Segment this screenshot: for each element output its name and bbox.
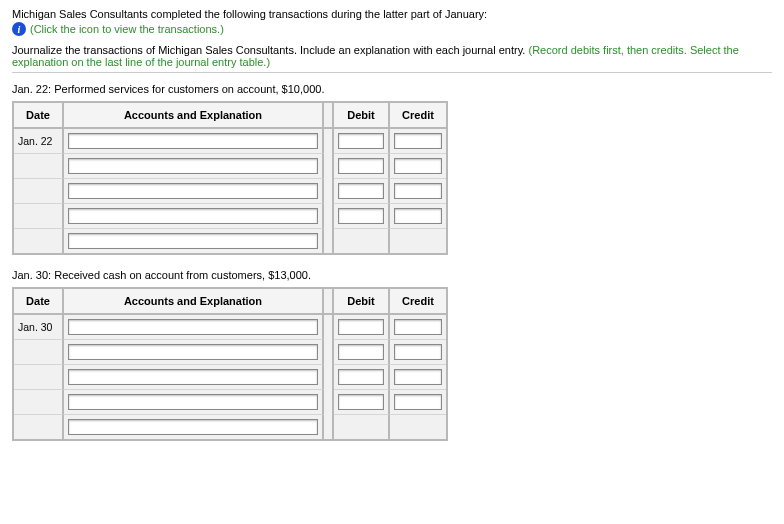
credit-input[interactable] (394, 394, 442, 410)
header-debit: Debit (334, 103, 390, 129)
table-row (14, 179, 446, 204)
header-date: Date (14, 103, 64, 129)
header-spacer (324, 289, 334, 315)
intro-text: Michigan Sales Consultants completed the… (12, 8, 772, 20)
debit-input[interactable] (338, 133, 384, 149)
empty-cell (394, 419, 442, 435)
table-row (14, 154, 446, 179)
hint-link[interactable]: (Click the icon to view the transactions… (30, 23, 224, 35)
table-row (14, 340, 446, 365)
table-row (14, 415, 446, 439)
credit-input[interactable] (394, 369, 442, 385)
table-row (14, 229, 446, 253)
credit-input[interactable] (394, 158, 442, 174)
header-date: Date (14, 289, 64, 315)
accounts-input[interactable] (68, 319, 318, 335)
date-cell: Jan. 22 (14, 129, 64, 154)
accounts-input[interactable] (68, 158, 318, 174)
header-spacer (324, 103, 334, 129)
instruction: Journalize the transactions of Michigan … (12, 44, 772, 68)
empty-cell (338, 419, 384, 435)
table-row (14, 390, 446, 415)
info-icon[interactable]: i (12, 22, 26, 36)
accounts-input[interactable] (68, 233, 318, 249)
table-row: Jan. 22 (14, 129, 446, 154)
debit-input[interactable] (338, 158, 384, 174)
accounts-input[interactable] (68, 208, 318, 224)
divider (12, 72, 772, 73)
empty-cell (338, 233, 384, 249)
header-debit: Debit (334, 289, 390, 315)
header-accounts: Accounts and Explanation (64, 103, 324, 129)
credit-input[interactable] (394, 133, 442, 149)
header-accounts: Accounts and Explanation (64, 289, 324, 315)
credit-input[interactable] (394, 344, 442, 360)
table-row: Jan. 30 (14, 315, 446, 340)
journal-table-1: Date Accounts and Explanation Debit Cred… (12, 101, 448, 255)
instruction-plain: Journalize the transactions of Michigan … (12, 44, 528, 56)
table-row (14, 365, 446, 390)
accounts-input[interactable] (68, 344, 318, 360)
credit-input[interactable] (394, 319, 442, 335)
accounts-input[interactable] (68, 419, 318, 435)
header-credit: Credit (390, 103, 446, 129)
date-cell: Jan. 30 (14, 315, 64, 340)
debit-input[interactable] (338, 369, 384, 385)
debit-input[interactable] (338, 208, 384, 224)
empty-cell (394, 233, 442, 249)
accounts-input[interactable] (68, 394, 318, 410)
transaction-2-title: Jan. 30: Received cash on account from c… (12, 269, 772, 281)
debit-input[interactable] (338, 183, 384, 199)
accounts-input[interactable] (68, 183, 318, 199)
accounts-input[interactable] (68, 133, 318, 149)
transaction-1-title: Jan. 22: Performed services for customer… (12, 83, 772, 95)
journal-table-2: Date Accounts and Explanation Debit Cred… (12, 287, 448, 441)
debit-input[interactable] (338, 394, 384, 410)
table-row (14, 204, 446, 229)
debit-input[interactable] (338, 344, 384, 360)
credit-input[interactable] (394, 208, 442, 224)
debit-input[interactable] (338, 319, 384, 335)
header-credit: Credit (390, 289, 446, 315)
accounts-input[interactable] (68, 369, 318, 385)
credit-input[interactable] (394, 183, 442, 199)
